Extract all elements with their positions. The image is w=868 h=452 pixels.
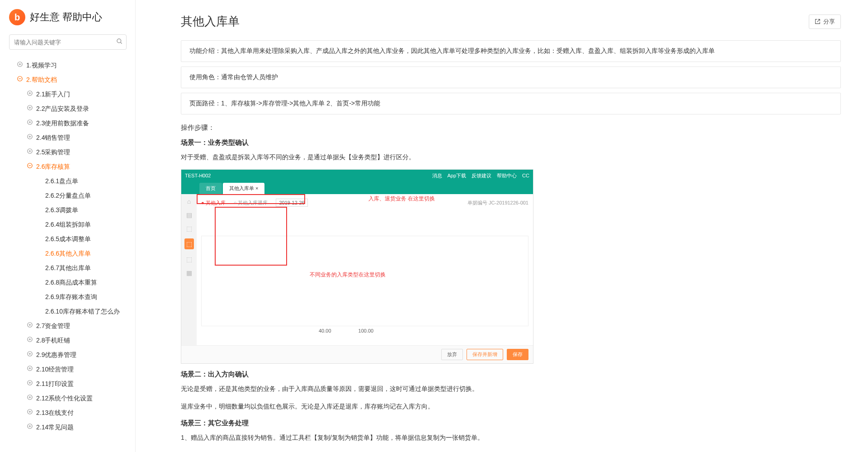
- search-box: [9, 34, 127, 50]
- sidebar-item[interactable]: 2.3使用前数据准备: [9, 116, 135, 130]
- sidebar-item[interactable]: 2.8手机旺铺: [9, 333, 135, 347]
- expand-icon[interactable]: [26, 104, 33, 111]
- tree-spacer: [35, 248, 42, 256]
- expand-icon[interactable]: [26, 133, 33, 140]
- sidebar-item-label[interactable]: 2.12系统个性化设置: [36, 395, 93, 402]
- sidebar-item[interactable]: 2.4销售管理: [9, 130, 135, 145]
- ss-tab-home: 首页: [199, 183, 222, 194]
- sidebar-item[interactable]: 2.11打印设置: [9, 376, 135, 391]
- svg-line-1: [120, 42, 122, 43]
- sidebar-item[interactable]: 2.6.7其他出库单: [9, 261, 135, 275]
- expand-icon[interactable]: [26, 423, 33, 430]
- sidebar-item-label[interactable]: 2.6.10库存账本错了怎么办: [45, 308, 120, 315]
- sidebar-item-label[interactable]: 2.6.8商品成本重算: [45, 279, 97, 286]
- scene2-text1: 无论是受赠，还是其他类型的业务，由于入库商品质量等原因，需要退回，这时可通过单据…: [181, 383, 841, 395]
- tree-spacer: [35, 234, 42, 241]
- sidebar-item[interactable]: 2.6.9库存账本查询: [9, 290, 135, 304]
- expand-icon[interactable]: [26, 321, 33, 328]
- sidebar: b 好生意 帮助中心 1.视频学习2.帮助文档2.1新手入门2.2产品安装及登录…: [0, 0, 136, 452]
- expand-icon[interactable]: [26, 365, 33, 372]
- scene3-title: 场景三：其它业务处理: [181, 419, 841, 428]
- expand-icon[interactable]: [26, 379, 33, 386]
- sidebar-item-label[interactable]: 2.8手机旺铺: [36, 337, 70, 344]
- sidebar-item-label[interactable]: 2.6.5成本调整单: [45, 235, 91, 243]
- sidebar-item-label[interactable]: 2.7资金管理: [36, 322, 70, 329]
- sidebar-item[interactable]: 2.帮助文档: [9, 72, 135, 87]
- sidebar-item-label[interactable]: 1.视频学习: [26, 62, 57, 69]
- sidebar-item[interactable]: 2.2产品安装及登录: [9, 101, 135, 116]
- scene2-text2: 退库业务中，明细数量均以负值红色展示。无论是入库还是退库，库存账均记在入库方向。: [181, 401, 841, 412]
- tree-spacer: [35, 263, 42, 270]
- search-icon[interactable]: [116, 38, 123, 46]
- sidebar-item[interactable]: 2.6.6其他入库单: [9, 246, 135, 261]
- tree-spacer: [35, 176, 42, 183]
- intro-text: 其他入库单用来处理除采购入库、产成品入库之外的其他入库业务，因此其他入库单可处理…: [221, 47, 715, 54]
- ss-tab-doc: 其他入库单 ×: [223, 183, 264, 194]
- sidebar-item-label[interactable]: 2.6.3调拨单: [45, 206, 78, 214]
- ss-msg-icon: 消息: [432, 172, 442, 179]
- ss-btn-save: 保存: [507, 349, 528, 360]
- sidebar-item[interactable]: 2.9优惠券管理: [9, 347, 135, 362]
- ss-user: CC: [522, 173, 529, 178]
- sidebar-item-label[interactable]: 2.6库存核算: [36, 163, 70, 170]
- intro-label: 功能介绍：: [189, 47, 221, 54]
- expand-icon[interactable]: [26, 350, 33, 357]
- sidebar-item[interactable]: 2.6库存核算: [9, 159, 135, 174]
- collapse-icon[interactable]: [26, 162, 33, 169]
- ss-annot1: 入库、退货业务 在这里切换: [368, 195, 435, 203]
- sidebar-item[interactable]: 2.6.4组装拆卸单: [9, 217, 135, 232]
- expand-icon[interactable]: [26, 119, 33, 126]
- sidebar-item-label[interactable]: 2.6.6其他入库单: [45, 250, 91, 257]
- sidebar-item-label[interactable]: 2.10经营管理: [36, 366, 74, 373]
- sidebar-item-label[interactable]: 2.1新手入门: [36, 90, 70, 98]
- sidebar-item[interactable]: 2.7资金管理: [9, 319, 135, 333]
- sidebar-item-label[interactable]: 2.6.9库存账本查询: [45, 293, 97, 300]
- sidebar-item[interactable]: 2.12系统个性化设置: [9, 391, 135, 405]
- sidebar-item-label[interactable]: 2.6.4组装拆卸单: [45, 221, 91, 228]
- expand-icon[interactable]: [26, 408, 33, 415]
- sidebar-item-label[interactable]: 2.帮助文档: [26, 76, 57, 83]
- sidebar-item[interactable]: 2.6.5成本调整单: [9, 232, 135, 246]
- sidebar-item-label[interactable]: 2.2产品安装及登录: [36, 105, 89, 112]
- logo-text: 好生意 帮助中心: [30, 10, 102, 24]
- sidebar-item-label[interactable]: 2.11打印设置: [36, 380, 74, 387]
- steps-title: 操作步骤：: [181, 124, 841, 132]
- ss-btn-discard: 放弃: [441, 349, 463, 360]
- sidebar-item[interactable]: 2.10经营管理: [9, 362, 135, 376]
- sidebar-item[interactable]: 2.6.8商品成本重算: [9, 275, 135, 290]
- tree-spacer: [35, 306, 42, 314]
- sidebar-item-label[interactable]: 2.9优惠券管理: [36, 351, 76, 358]
- sidebar-item[interactable]: 2.1新手入门: [9, 87, 135, 101]
- sidebar-item[interactable]: 2.6.3调拨单: [9, 203, 135, 217]
- sidebar-item-label[interactable]: 2.6.7其他出库单: [45, 264, 91, 271]
- ss-btn-saveadd: 保存并新增: [467, 349, 503, 360]
- screenshot-image: TEST-H002 消息 App下载 反馈建议 帮助中心 CC 首页 其他入库单…: [181, 169, 533, 364]
- sidebar-item[interactable]: 2.6.1盘点单: [9, 174, 135, 188]
- path-box: 页面路径：1、库存核算->库存管理->其他入库单 2、首页->常用功能: [181, 93, 841, 114]
- nav-tree: 1.视频学习2.帮助文档2.1新手入门2.2产品安装及登录2.3使用前数据准备2…: [9, 58, 135, 434]
- sidebar-item-label[interactable]: 2.4销售管理: [36, 134, 70, 141]
- tree-spacer: [35, 277, 42, 285]
- sidebar-item-label[interactable]: 2.6.1盘点单: [45, 177, 78, 185]
- collapse-icon[interactable]: [16, 75, 24, 82]
- share-button[interactable]: 分享: [809, 14, 841, 29]
- sidebar-item[interactable]: 2.13在线支付: [9, 405, 135, 420]
- tree-spacer: [35, 219, 42, 227]
- sidebar-item[interactable]: 2.6.10库存账本错了怎么办: [9, 304, 135, 319]
- sidebar-item-label[interactable]: 2.14常见问题: [36, 423, 74, 431]
- sidebar-item[interactable]: 2.5采购管理: [9, 145, 135, 159]
- sidebar-item[interactable]: 2.6.2分量盘点单: [9, 188, 135, 203]
- sidebar-item-label[interactable]: 2.5采购管理: [36, 148, 70, 156]
- sidebar-item[interactable]: 2.14常见问题: [9, 420, 135, 434]
- expand-icon[interactable]: [26, 90, 33, 97]
- expand-icon[interactable]: [26, 147, 33, 155]
- expand-icon[interactable]: [16, 61, 24, 68]
- expand-icon[interactable]: [26, 336, 33, 343]
- sidebar-item-label[interactable]: 2.3使用前数据准备: [36, 119, 89, 127]
- sidebar-item-label[interactable]: 2.13在线支付: [36, 409, 74, 416]
- sidebar-item[interactable]: 1.视频学习: [9, 58, 135, 72]
- expand-icon[interactable]: [26, 394, 33, 401]
- search-input[interactable]: [9, 34, 127, 50]
- ss-total-qty: 40.00: [319, 328, 331, 333]
- sidebar-item-label[interactable]: 2.6.2分量盘点单: [45, 192, 91, 199]
